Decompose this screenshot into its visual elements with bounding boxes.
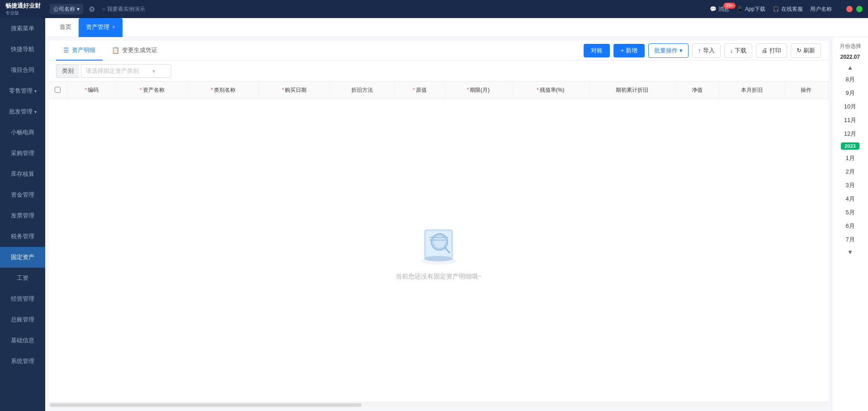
table-header: *编码 *资产名称 *类别名称 *购买日期 折旧方法 *原值 *期限(月) *残…	[49, 82, 828, 99]
sidebar-item-purchase-mgmt[interactable]: 采购管理	[0, 143, 45, 164]
add-button[interactable]: + 新增	[613, 44, 645, 57]
sub-tab-change-voucher[interactable]: 📋 变更生成凭证	[104, 41, 165, 61]
online-service-button[interactable]: 🎧 在线客服	[773, 5, 803, 13]
month-item-11[interactable]: 11月	[832, 113, 868, 127]
tab-home[interactable]: 首页	[52, 18, 79, 37]
month-nav-up[interactable]: ▲	[845, 62, 856, 73]
batch-ops-button[interactable]: 批量操作 ▾	[648, 43, 689, 58]
sidebar-item-ops-mgmt[interactable]: 经营管理	[0, 288, 45, 309]
scroll-thumb[interactable]	[50, 403, 362, 407]
month-item-2023-badge[interactable]: 2023	[841, 142, 859, 150]
settings-icon[interactable]: ⚙	[89, 5, 95, 14]
refresh-button[interactable]: ↻ 刷新	[791, 43, 821, 58]
company-selector[interactable]: 公司名称 ▾	[50, 4, 83, 14]
app-download-label: App下载	[745, 5, 765, 13]
download-button[interactable]: ↓ 下载	[724, 43, 753, 58]
month-item-5[interactable]: 5月	[832, 206, 868, 219]
user-name: 用户名称	[810, 5, 832, 13]
import-button[interactable]: ↑ 导入	[692, 43, 721, 58]
tab-asset-mgmt-label: 资产管理	[86, 23, 109, 31]
batch-ops-label: 批量操作	[654, 47, 678, 55]
sidebar-label-fund-mgmt: 资金管理	[11, 191, 34, 199]
chevron-icon-wholesale: ▾	[34, 109, 37, 114]
change-voucher-icon: 📋	[112, 47, 119, 54]
refresh-icon: ↻	[797, 47, 802, 54]
sidebar-item-retail-mgmt[interactable]: 零售管理 ▾	[0, 80, 45, 101]
sidebar-item-quick-nav[interactable]: 快捷导航	[0, 39, 45, 60]
sub-tab-asset-detail[interactable]: ☰ 资产明细	[56, 41, 103, 61]
sidebar-item-basic-info[interactable]: 基础信息	[0, 330, 45, 351]
main-layout: 搜索菜单 快捷导航 项目合同 零售管理 ▾ 批发管理 ▾ 小畅电商 采购管理 库…	[0, 18, 868, 411]
tab-close-icon[interactable]: ×	[112, 24, 115, 30]
month-item-3[interactable]: 3月	[832, 179, 868, 192]
month-item-10[interactable]: 10月	[832, 100, 868, 113]
download-label: 下载	[735, 47, 746, 55]
tab-asset-mgmt[interactable]: 资产管理 ×	[79, 18, 123, 37]
empty-text: 当前您还没有固定资产明细哦~	[396, 273, 481, 281]
message-button[interactable]: 💬 消息 99+	[710, 5, 729, 13]
filter-bar: 类别 请选择固定资产类别 ▾	[49, 61, 828, 82]
month-item-4[interactable]: 4月	[832, 192, 868, 206]
sidebar-item-project-contract[interactable]: 项目合同	[0, 60, 45, 80]
col-name: *资产名称	[117, 82, 188, 99]
sidebar-item-fund-mgmt[interactable]: 资金管理	[0, 184, 45, 205]
month-item-8[interactable]: 8月	[832, 73, 868, 86]
demo-icon: ○	[102, 6, 105, 12]
refresh-label: 刷新	[803, 47, 815, 55]
window-controls	[846, 6, 863, 12]
app-subtitle: 专业版	[5, 10, 19, 16]
app-download-button[interactable]: 📱 App下载	[736, 5, 765, 13]
sidebar-item-salary[interactable]: 工资	[0, 268, 45, 288]
sidebar-label-basic-info: 基础信息	[11, 336, 34, 345]
page-content: ☰ 资产明细 📋 变更生成凭证 对账 + 新增 批量操作 ▾	[45, 37, 868, 411]
print-label: 打印	[769, 47, 781, 55]
asset-detail-icon: ☰	[63, 47, 69, 54]
window-maximize-button[interactable]	[856, 6, 863, 12]
sidebar-item-invoice-mgmt[interactable]: 发票管理	[0, 205, 45, 226]
category-label: 类别	[56, 64, 79, 78]
sidebar-item-ledger-mgmt[interactable]: 总账管理	[0, 309, 45, 330]
demo-link[interactable]: ○ 我要看实例演示	[102, 5, 145, 13]
sidebar-item-fixed-assets[interactable]: 固定资产	[0, 247, 45, 268]
category-arrow-icon: ▾	[152, 68, 156, 75]
month-item-6[interactable]: 6月	[832, 219, 868, 233]
category-placeholder: 请选择固定资产类别	[86, 67, 139, 75]
sidebar-item-tax-mgmt[interactable]: 税务管理	[0, 226, 45, 247]
col-monthly-depreciation: 本月折旧	[719, 82, 784, 99]
horizontal-scrollbar[interactable]	[49, 402, 828, 407]
category-filter: 类别 请选择固定资产类别 ▾	[56, 64, 171, 78]
checkbox-all[interactable]	[55, 87, 61, 93]
demo-text: 我要看实例演示	[107, 5, 145, 13]
asset-table: *编码 *资产名称 *类别名称 *购买日期 折旧方法 *原值 *期限(月) *残…	[49, 82, 828, 99]
month-nav-down[interactable]: ▼	[845, 246, 856, 257]
sidebar-label-ledger-mgmt: 总账管理	[11, 316, 34, 324]
month-item-9[interactable]: 9月	[832, 86, 868, 100]
sidebar-label-tax-mgmt: 税务管理	[11, 232, 34, 241]
sidebar-item-system-mgmt[interactable]: 系统管理	[0, 351, 45, 372]
print-button[interactable]: 🖨 打印	[756, 43, 787, 58]
top-bar: 畅捷通好业财 专业版 公司名称 ▾ ⚙ ○ 我要看实例演示 💬 消息 99+ 📱…	[0, 0, 868, 18]
category-input[interactable]: 请选择固定资产类别 ▾	[81, 64, 171, 78]
download-icon: ↓	[730, 47, 733, 54]
import-icon: ↑	[698, 47, 701, 54]
sidebar-label-quick-nav: 快捷导航	[11, 45, 34, 53]
message-icon: 💬	[710, 6, 717, 12]
sidebar-item-wholesale-mgmt[interactable]: 批发管理 ▾	[0, 101, 45, 122]
month-item-2[interactable]: 2月	[832, 165, 868, 179]
month-item-7[interactable]: 7月	[832, 233, 868, 246]
online-service-label: 在线客服	[781, 5, 803, 13]
month-item-1[interactable]: 1月	[832, 151, 868, 165]
chevron-down-icon: ▾	[77, 6, 80, 12]
month-item-12[interactable]: 12月	[832, 127, 868, 141]
online-service-icon: 🎧	[773, 6, 779, 12]
sidebar-item-ecommerce[interactable]: 小畅电商	[0, 122, 45, 143]
window-close-button[interactable]	[846, 6, 853, 12]
chevron-icon-retail: ▾	[34, 89, 37, 94]
sidebar-item-search-menu[interactable]: 搜索菜单	[0, 18, 45, 39]
checkbox-all-header	[49, 82, 67, 99]
sidebar-label-inventory: 库存核算	[11, 170, 34, 178]
sidebar-item-inventory[interactable]: 库存核算	[0, 164, 45, 184]
message-badge: 99+	[723, 3, 736, 9]
reconcile-button[interactable]: 对账	[584, 44, 610, 57]
table-container: *编码 *资产名称 *类别名称 *购买日期 折旧方法 *原值 *期限(月) *残…	[49, 82, 828, 402]
